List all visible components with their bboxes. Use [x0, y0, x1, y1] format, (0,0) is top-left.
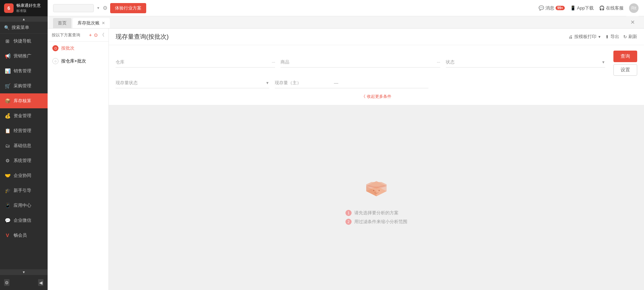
sidebar-item-enterprise[interactable]: 🤝 企业协同	[0, 168, 48, 183]
settings-btn[interactable]: 设置	[613, 64, 637, 76]
product-input[interactable]	[292, 59, 437, 65]
settings-scheme-btn[interactable]: ⊙	[94, 32, 98, 38]
user-avatar: Rit	[629, 3, 639, 13]
export-icon: ⬆	[605, 34, 609, 39]
svg-point-7	[378, 190, 380, 191]
trial-btn[interactable]: 体验行业方案	[110, 3, 146, 13]
hint-num-2: 2	[345, 219, 352, 225]
nav-icon-inventory: 📦	[4, 97, 11, 104]
sidebar-item-sales[interactable]: 📊 销售管理	[0, 64, 48, 78]
tab-inventory-batch[interactable]: 库存批次账 ✕	[73, 18, 110, 28]
stock-status-dropdown-icon[interactable]: ▼	[266, 81, 269, 85]
collapse-filter-btn[interactable]: 《 收起更多条件	[116, 92, 637, 99]
message-icon: 💬	[539, 5, 544, 11]
sidebar-item-purchase[interactable]: 🛒 采购管理	[0, 78, 48, 93]
nav-icon-basic: 🗂	[4, 142, 11, 149]
stock-status-input[interactable]	[142, 80, 264, 86]
tab-close-icon[interactable]: ✕	[102, 21, 105, 25]
status-label: 状态	[446, 59, 455, 65]
stock-status-filter: 现存量状态 ▼	[116, 80, 269, 88]
filter-section: 仓库 ··· 商品 ··· 状态 ▼ 查询	[109, 45, 644, 105]
app-logo: 6	[4, 3, 14, 13]
sidebar-item-newbie[interactable]: 🎓 新手引导	[0, 183, 48, 198]
sidebar-item-basic[interactable]: 🗂 基础信息	[0, 138, 48, 153]
status-dropdown-icon[interactable]: ▼	[601, 60, 605, 64]
sidebar-collapse-btn[interactable]: ◀	[38, 279, 44, 286]
settings-gear-icon[interactable]: ⚙	[103, 5, 107, 11]
sidebar-nav: ⊞ 快捷导航 📢 营销推广 📊 销售管理 🛒 采购管理 📦 库存核算 💰 资金管…	[0, 34, 48, 269]
sidebar-item-marketing[interactable]: 📢 营销推广	[0, 49, 48, 64]
product-label: 商品	[281, 59, 289, 65]
stock-main-min-input[interactable]	[305, 80, 333, 86]
add-scheme-btn[interactable]: +	[89, 32, 92, 38]
content-area: 现存量查询(按批次) 🖨 按模板打印 ▼ ⬆ 导出 ↻ 刷新	[109, 29, 644, 290]
dropdown-arrow-icon[interactable]: ▼	[97, 6, 100, 10]
sidebar-item-app-center[interactable]: 📱 应用中心	[0, 198, 48, 213]
nav-icon-marketing: 📢	[4, 53, 11, 59]
status-input[interactable]	[459, 59, 600, 65]
sidebar-item-operation[interactable]: 📋 经营管理	[0, 123, 48, 138]
scheme-inactive-dot: ○	[52, 58, 58, 64]
nav-icon-enterprise: 🤝	[4, 172, 11, 179]
scheme-active-dot: ⊙	[52, 45, 58, 51]
sidebar-footer: ⚙ ◀	[0, 275, 48, 290]
sidebar-item-wechat[interactable]: 💬 企业微信	[0, 213, 48, 228]
main-content: ▼ ⚙ 体验行业方案 💬 消息 99+ 📱 App下载 🎧 在线客服 Rit	[48, 0, 644, 290]
empty-hints: 1 请先选择要分析的方案 2 用过滤条件来缩小分析范围	[345, 210, 407, 225]
sidebar-item-quick-nav[interactable]: ⊞ 快捷导航	[0, 34, 48, 49]
nav-icon-newbie: 🎓	[4, 187, 11, 194]
stock-main-max-input[interactable]	[340, 80, 367, 86]
collapse-panel-btn[interactable]: 《	[100, 32, 104, 38]
filter-panel: 按以下方案查询 + ⊙ 《 ⊙ 按批次 ○ 按仓库+批次	[48, 29, 109, 290]
filter-scheme-by-warehouse-batch[interactable]: ○ 按仓库+批次	[48, 55, 108, 68]
sidebar-header: 6 畅康通好生意 标准版	[0, 0, 48, 16]
stock-main-filter: 现存量（主） —	[275, 80, 428, 88]
stock-main-label: 现存量（主）	[275, 80, 301, 86]
page-header-actions: 🖨 按模板打印 ▼ ⬆ 导出 ↻ 刷新	[569, 34, 637, 40]
tab-bar: 首页 库存批次账 ✕ ✕	[48, 16, 644, 29]
warehouse-input[interactable]	[127, 59, 272, 65]
user-profile-btn[interactable]: Rit	[629, 3, 639, 13]
top-bar-right: 💬 消息 99+ 📱 App下载 🎧 在线客服 Rit	[539, 3, 639, 13]
refresh-btn[interactable]: ↻ 刷新	[623, 34, 637, 40]
sidebar-scroll-up[interactable]: ▲	[0, 16, 48, 22]
top-bar-left: ▼ ⚙ 体验行业方案	[53, 3, 535, 13]
sidebar-item-system[interactable]: ⚙ 系统管理	[0, 153, 48, 168]
empty-hint-1: 1 请先选择要分析的方案	[345, 210, 407, 216]
sidebar-search[interactable]: 🔍 搜索菜单	[0, 22, 48, 34]
print-dropdown-icon[interactable]: ▼	[598, 35, 601, 39]
messages-btn[interactable]: 💬 消息 99+	[539, 5, 565, 11]
nav-icon-finance: 💰	[4, 112, 11, 119]
svg-point-6	[373, 190, 374, 191]
nav-icon-sales: 📊	[4, 68, 11, 74]
export-btn[interactable]: ⬆ 导出	[605, 34, 619, 40]
stock-status-label: 现存量状态	[116, 80, 138, 86]
collapse-icon: 《	[361, 94, 366, 99]
search-icon: 🔍	[4, 25, 10, 30]
sidebar-item-member[interactable]: V 畅会员	[0, 228, 48, 243]
nav-icon-app-center: 📱	[4, 202, 11, 209]
filter-panel-header: 按以下方案查询 + ⊙ 《	[48, 29, 108, 42]
print-btn[interactable]: 🖨 按模板打印 ▼	[569, 34, 601, 40]
app-download-btn[interactable]: 📱 App下载	[570, 5, 594, 11]
app-title: 畅康通好生意 标准版	[16, 3, 41, 13]
nav-icon-quick: ⊞	[4, 38, 11, 44]
page-close-btn[interactable]: ✕	[626, 16, 639, 28]
page-title: 现存量查询(按批次)	[116, 33, 169, 41]
breadcrumb-input[interactable]	[53, 4, 94, 12]
sidebar-scroll-down[interactable]: ▼	[0, 269, 48, 275]
online-service-btn[interactable]: 🎧 在线客服	[599, 5, 624, 11]
tab-home[interactable]: 首页	[53, 18, 71, 28]
query-btn[interactable]: 查询	[613, 51, 637, 62]
sidebar-item-inventory[interactable]: 📦 库存核算	[0, 93, 48, 108]
sidebar-item-finance[interactable]: 💰 资金管理	[0, 108, 48, 123]
filter-scheme-by-batch[interactable]: ⊙ 按批次	[48, 42, 108, 55]
nav-icon-wechat: 💬	[4, 217, 11, 224]
product-more-btn[interactable]: ···	[437, 60, 440, 65]
sidebar: 6 畅康通好生意 标准版 ▲ 🔍 搜索菜单 ⊞ 快捷导航 📢 营销推广 📊 销售…	[0, 0, 48, 290]
page-header: 现存量查询(按批次) 🖨 按模板打印 ▼ ⬆ 导出 ↻ 刷新	[109, 29, 644, 45]
sidebar-settings-btn[interactable]: ⚙	[4, 279, 10, 286]
status-filter: 状态 ▼	[446, 59, 605, 68]
warehouse-more-btn[interactable]: ···	[272, 60, 275, 65]
product-filter: 商品 ···	[281, 59, 440, 68]
